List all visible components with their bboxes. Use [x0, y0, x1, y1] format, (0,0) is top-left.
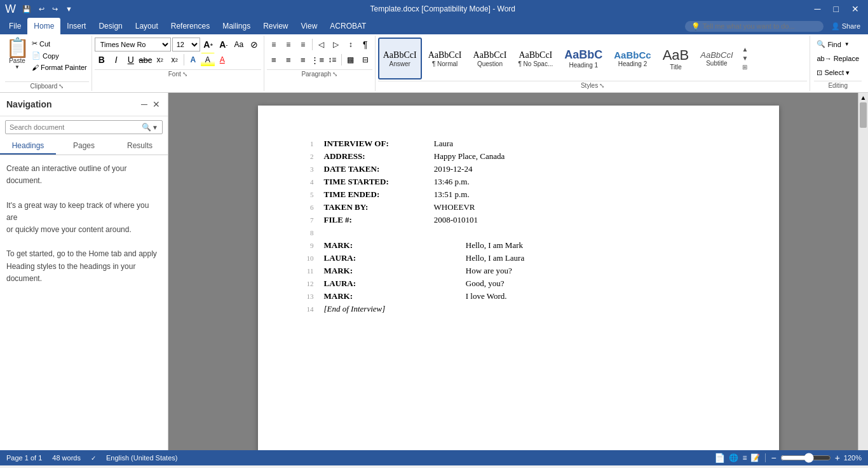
- clear-formatting-btn[interactable]: ⊘: [247, 38, 261, 52]
- share-btn[interactable]: 👤 Share: [831, 22, 860, 31]
- font-size-select[interactable]: 12: [172, 38, 200, 52]
- clipboard-label: Clipboard: [30, 83, 57, 90]
- font-shrink-btn[interactable]: A-: [217, 38, 231, 52]
- find-dropdown[interactable]: ▼: [844, 41, 850, 47]
- nav-tab-headings[interactable]: Headings: [0, 138, 56, 155]
- menu-layout[interactable]: Layout: [129, 18, 165, 34]
- status-bar: Page 1 of 1 48 words ✓ English (United S…: [0, 450, 868, 465]
- view-print-btn[interactable]: 📄: [714, 453, 725, 463]
- justify-btn[interactable]: ⋮≡: [311, 53, 325, 67]
- styles-expand-icon[interactable]: ⤡: [599, 82, 604, 89]
- zoom-slider[interactable]: [780, 453, 831, 463]
- font-expand-icon[interactable]: ⤡: [182, 71, 187, 78]
- superscript-btn[interactable]: x2: [168, 53, 182, 67]
- search-dropdown-btn[interactable]: ▼: [152, 124, 158, 131]
- menu-home[interactable]: Home: [27, 18, 60, 34]
- align-right-btn[interactable]: ≡: [296, 53, 310, 67]
- decrease-indent-btn[interactable]: ◁: [315, 38, 329, 52]
- increase-indent-btn[interactable]: ▷: [329, 38, 343, 52]
- nav-close-btn[interactable]: ✕: [151, 98, 161, 111]
- zoom-level[interactable]: 120%: [844, 454, 862, 462]
- style-no-spacing[interactable]: AaBbCcI ¶ No Spac...: [513, 38, 558, 79]
- bullets-btn[interactable]: ≡: [267, 38, 281, 52]
- replace-button[interactable]: ab→ Replace: [814, 53, 862, 64]
- menu-references[interactable]: References: [165, 18, 216, 34]
- font-family-select[interactable]: Times New Ro: [95, 38, 171, 52]
- style-title[interactable]: AaB Title: [658, 38, 695, 79]
- subscript-btn[interactable]: x2: [153, 53, 167, 67]
- quick-access-more[interactable]: ▼: [63, 4, 75, 14]
- find-button[interactable]: 🔍 Find ▼: [814, 38, 862, 50]
- nav-empty-line4: It's a great way to keep track of where …: [6, 200, 161, 224]
- view-outline-btn[interactable]: ≡: [742, 453, 747, 462]
- style-normal-label: ¶ Normal: [432, 60, 458, 67]
- nav-collapse-btn[interactable]: ─: [140, 98, 149, 111]
- style-heading2[interactable]: AaBbCc Heading 2: [609, 38, 656, 79]
- zoom-in-btn[interactable]: +: [835, 453, 840, 463]
- borders-btn[interactable]: ⊟: [358, 53, 372, 67]
- font-grow-btn[interactable]: A+: [201, 38, 215, 52]
- maximize-btn[interactable]: □: [830, 3, 843, 15]
- view-web-btn[interactable]: 🌐: [729, 453, 738, 462]
- tell-me-input[interactable]: [703, 22, 817, 30]
- paste-dropdown-arrow[interactable]: ▼: [15, 64, 20, 70]
- font-color-btn[interactable]: A: [215, 53, 229, 67]
- zoom-out-btn[interactable]: −: [771, 453, 776, 463]
- redo-btn[interactable]: ↪: [50, 4, 60, 15]
- text-effects-btn[interactable]: A: [186, 53, 200, 67]
- format-painter-button[interactable]: 🖌 Format Painter: [30, 62, 89, 72]
- paragraph-expand-icon[interactable]: ⤡: [332, 71, 337, 78]
- minimize-btn[interactable]: ─: [811, 3, 825, 15]
- style-subtitle[interactable]: AaBbCcI Subtitle: [695, 38, 738, 79]
- menu-review[interactable]: Review: [257, 18, 294, 34]
- underline-btn[interactable]: U: [124, 53, 138, 67]
- page-indicator[interactable]: Page 1 of 1: [6, 454, 42, 462]
- multilevel-btn[interactable]: ≡: [296, 38, 310, 52]
- align-left-btn[interactable]: ≡: [267, 53, 281, 67]
- line-spacing-btn[interactable]: ↕≡: [325, 53, 339, 67]
- style-question[interactable]: AaBbCcI Question: [468, 38, 512, 79]
- scroll-up-btn[interactable]: ▲: [858, 93, 868, 102]
- undo-btn[interactable]: ↩: [36, 4, 47, 15]
- align-center-btn[interactable]: ≡: [281, 53, 295, 67]
- language-indicator[interactable]: English (United States): [106, 454, 178, 462]
- menu-file[interactable]: File: [3, 18, 27, 34]
- show-marks-btn[interactable]: ¶: [358, 38, 372, 52]
- close-btn[interactable]: ✕: [848, 3, 863, 15]
- menu-acrobat[interactable]: ACROBAT: [323, 18, 372, 34]
- paste-button[interactable]: 📋 Paste ▼: [5, 37, 29, 71]
- menu-view[interactable]: View: [295, 18, 324, 34]
- word-count[interactable]: 48 words: [52, 454, 81, 462]
- copy-button[interactable]: 📄 Copy: [30, 50, 89, 61]
- sort-btn[interactable]: ↕: [344, 38, 358, 52]
- scroll-thumb[interactable]: [860, 102, 867, 128]
- title-bar-right: ─ □ ✕: [811, 3, 863, 15]
- numbering-btn[interactable]: ≡: [281, 38, 295, 52]
- strikethrough-btn[interactable]: abc: [139, 53, 153, 67]
- menu-design[interactable]: Design: [92, 18, 128, 34]
- clipboard-expand-icon[interactable]: ⤡: [58, 83, 64, 90]
- select-button[interactable]: ⊡ Select ▾: [814, 67, 862, 79]
- italic-btn[interactable]: I: [109, 53, 123, 67]
- highlight-btn[interactable]: A: [201, 53, 215, 67]
- nav-tab-results[interactable]: Results: [112, 138, 168, 155]
- search-input[interactable]: [10, 123, 140, 131]
- bold-btn[interactable]: B: [95, 53, 109, 67]
- menu-mailings[interactable]: Mailings: [216, 18, 257, 34]
- style-answer[interactable]: AaBbCcI Answer: [378, 38, 422, 79]
- style-normal[interactable]: AaBbCcI ¶ Normal: [423, 38, 467, 79]
- save-quick-btn[interactable]: 💾: [20, 4, 34, 15]
- change-case-btn[interactable]: Aa: [232, 38, 246, 52]
- styles-scroll-up[interactable]: ▲: [741, 45, 750, 54]
- styles-scroll-down[interactable]: ▼: [741, 54, 750, 63]
- cut-button[interactable]: ✂ Cut: [30, 38, 89, 49]
- styles-more[interactable]: ⊞: [741, 63, 750, 72]
- nav-tab-pages[interactable]: Pages: [56, 138, 112, 155]
- view-draft-btn[interactable]: 📝: [750, 453, 760, 462]
- nav-tabs: Headings Pages Results: [0, 138, 168, 155]
- menu-insert[interactable]: Insert: [60, 18, 92, 34]
- style-heading1[interactable]: AaBbC Heading 1: [559, 38, 607, 79]
- document-page[interactable]: 1 INTERVIEW OF: Laura 2 ADDRESS: Happy P…: [258, 106, 779, 450]
- search-submit-btn[interactable]: 🔍: [142, 123, 151, 132]
- shading-btn[interactable]: ▩: [344, 53, 358, 67]
